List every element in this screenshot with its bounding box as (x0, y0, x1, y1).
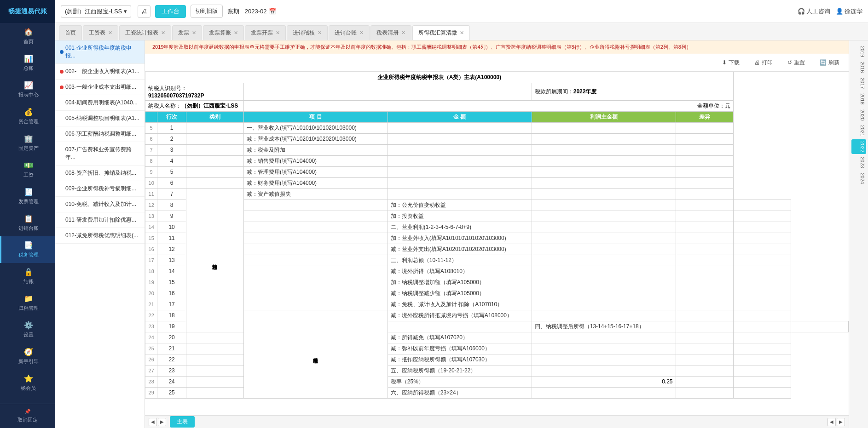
tab-close-btn[interactable]: ✕ (234, 30, 238, 36)
profit-amount-cell[interactable] (676, 244, 733, 255)
amount-input[interactable] (535, 235, 673, 241)
diff-cell[interactable] (676, 177, 733, 188)
profit-amount-cell[interactable] (676, 211, 733, 222)
amount-input[interactable] (535, 268, 673, 274)
sheet-tab-主表[interactable]: 主表 (170, 416, 195, 428)
profit-amount-cell[interactable] (532, 188, 676, 200)
diff-cell[interactable] (733, 332, 791, 343)
amount-cell[interactable] (532, 233, 676, 244)
sidebar-item-salary[interactable]: 💵工资 (0, 156, 55, 183)
profit-amount-cell[interactable] (676, 200, 733, 211)
user-btn[interactable]: 👤 徐连华 (836, 7, 862, 16)
report-item-007[interactable]: 007-广告费和业务宣传费跨年... (55, 142, 145, 165)
amount-input[interactable] (391, 158, 529, 164)
sidebar-item-report[interactable]: 📈报表中心 (0, 76, 55, 103)
amount-input[interactable] (391, 136, 529, 142)
diff-cell[interactable] (733, 376, 791, 387)
sidebar-footer[interactable]: 📌 取消固定 (0, 404, 55, 428)
sidebar-item-invoice[interactable]: 🧾发票管理 (0, 183, 55, 210)
amount-cell[interactable] (532, 255, 676, 266)
amount-input[interactable] (391, 169, 529, 175)
profit-amount-cell[interactable] (676, 365, 733, 376)
scroll-right-button[interactable]: ▶ (837, 418, 845, 426)
report-item-006[interactable]: 006-职工薪酬纳税调整明细... (55, 126, 145, 142)
amount-input[interactable] (535, 224, 673, 230)
diff-cell[interactable] (676, 166, 733, 177)
tab-close-btn[interactable]: ✕ (460, 30, 464, 36)
diff-cell[interactable] (733, 200, 791, 211)
amount-cell[interactable] (388, 166, 532, 177)
amount-input[interactable] (391, 180, 529, 186)
profit-amount-cell[interactable] (676, 255, 733, 266)
diff-cell[interactable] (733, 354, 791, 365)
report-item-001[interactable]: 001-企业所得税年度纳税申报... (55, 40, 145, 64)
amount-cell[interactable] (532, 365, 676, 376)
year-item-2017[interactable]: 2017 (851, 76, 866, 91)
amount-cell[interactable] (532, 299, 676, 310)
diff-cell[interactable] (676, 144, 733, 155)
amount-cell[interactable] (532, 200, 676, 211)
reset-button[interactable]: ↺ 重置 (784, 57, 809, 68)
profit-amount-cell[interactable] (676, 343, 733, 354)
profit-amount-cell[interactable] (532, 155, 676, 166)
print-icon-btn[interactable]: 🖨 (138, 5, 150, 18)
diff-cell[interactable] (733, 365, 791, 376)
diff-cell[interactable] (676, 188, 733, 200)
scroll-left-button[interactable]: ◀ (827, 418, 836, 426)
profit-amount-cell[interactable] (676, 299, 733, 310)
amount-input[interactable] (535, 378, 673, 385)
tab-发票算账[interactable]: 发票算账✕ (203, 25, 244, 40)
amount-input[interactable] (535, 367, 673, 374)
amount-cell[interactable] (532, 266, 676, 277)
amount-cell[interactable] (388, 144, 532, 155)
report-item-012[interactable]: 012-减免所得税优惠明细表(... (55, 228, 145, 244)
profit-amount-cell[interactable] (676, 288, 733, 299)
print-button[interactable]: 🖨 打印 (751, 57, 776, 68)
amount-cell[interactable] (532, 387, 676, 398)
amount-cell[interactable] (532, 376, 676, 387)
tab-发票[interactable]: 发票✕ (172, 25, 202, 40)
year-item-2023[interactable]: 2023 (851, 155, 866, 170)
profit-amount-cell[interactable] (532, 177, 676, 188)
sidebar-item-guide[interactable]: 🧭新手引导 (0, 343, 55, 370)
amount-input[interactable] (535, 257, 673, 263)
tab-close-btn[interactable]: ✕ (276, 30, 280, 36)
sidebar-item-asset[interactable]: 🏢固定资产 (0, 130, 55, 156)
profit-amount-cell[interactable] (676, 277, 733, 288)
amount-input[interactable] (535, 356, 673, 363)
refresh-button[interactable]: 🔄 刷新 (816, 57, 843, 68)
diff-cell[interactable] (733, 299, 791, 310)
amount-cell[interactable] (532, 354, 676, 365)
amount-input[interactable] (535, 312, 673, 319)
diff-cell[interactable] (733, 387, 791, 398)
tab-税表清册[interactable]: 税表清册✕ (370, 25, 411, 40)
profit-amount-cell[interactable] (676, 266, 733, 277)
sidebar-item-fund[interactable]: 💰资金管理 (0, 103, 55, 130)
diff-cell[interactable] (733, 310, 791, 321)
amount-input[interactable] (535, 279, 673, 285)
report-item-008[interactable]: 008-资产折旧、摊销及纳税... (55, 165, 145, 181)
tab-所得税汇算清缴[interactable]: 所得税汇算清缴✕ (412, 25, 470, 40)
calendar-icon[interactable]: 📅 (269, 8, 276, 15)
amount-input[interactable] (679, 323, 730, 330)
diff-cell[interactable] (733, 255, 791, 266)
profit-amount-cell[interactable] (532, 166, 676, 177)
profit-amount-cell[interactable] (676, 233, 733, 244)
report-item-010[interactable]: 010-免税、减计收入及加计... (55, 197, 145, 212)
tab-close-btn[interactable]: ✕ (108, 30, 112, 36)
amount-cell[interactable] (532, 332, 676, 343)
amount-cell[interactable] (388, 188, 532, 200)
amount-cell[interactable] (676, 321, 733, 332)
sidebar-item-sales[interactable]: 📋进销台账 (0, 210, 55, 236)
report-item-002[interactable]: 002-一般企业收入明细表(A1... (55, 64, 145, 80)
sidebar-item-ledger[interactable]: 📊总账 (0, 50, 55, 76)
tab-close-btn[interactable]: ✕ (192, 30, 196, 36)
sidebar-item-archive[interactable]: 📁归档管理 (0, 290, 55, 316)
year-item-2016[interactable]: 2016 (851, 60, 866, 74)
download-button[interactable]: ⬇ 下载 (718, 57, 743, 68)
next-sheet-button[interactable]: ▶ (158, 418, 166, 426)
profit-amount-cell[interactable] (676, 222, 733, 233)
profit-amount-cell[interactable] (532, 133, 676, 144)
workbench-button[interactable]: 工作台 (155, 5, 186, 18)
diff-cell[interactable] (733, 211, 791, 222)
